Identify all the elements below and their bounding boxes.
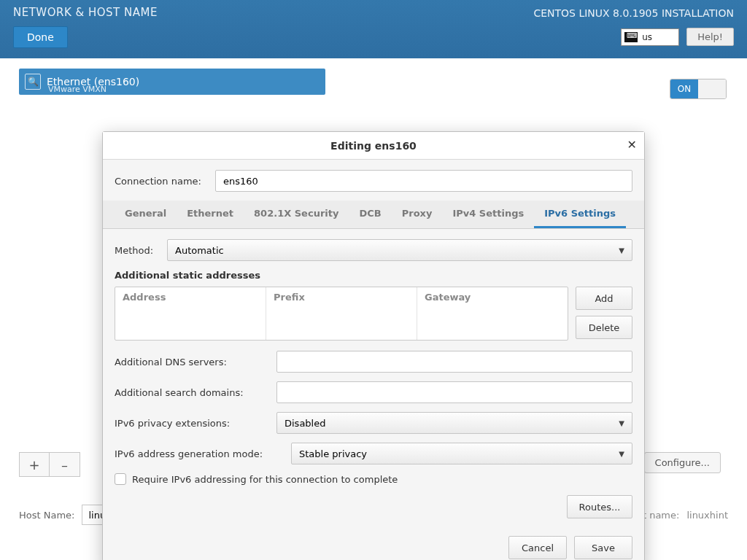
privacy-ext-label: IPv6 privacy extensions: — [115, 418, 268, 429]
installer-topbar: NETWORK & HOST NAME CENTOS LINUX 8.0.190… — [0, 0, 747, 58]
remove-device-button[interactable]: – — [50, 452, 80, 477]
addr-gen-value: Stable privacy — [299, 448, 367, 459]
privacy-ext-select[interactable]: Disabled ▼ — [276, 412, 632, 434]
connection-name-label: Connection name: — [115, 176, 206, 187]
search-domains-input[interactable] — [276, 381, 632, 403]
main-area: 🔍 Ethernet (ens160) VMware VMXN ON Confi… — [0, 58, 747, 560]
help-button[interactable]: Help! — [686, 28, 734, 46]
connection-toggle[interactable]: ON — [670, 79, 727, 99]
chevron-down-icon: ▼ — [619, 246, 624, 254]
tab-proxy[interactable]: Proxy — [392, 201, 443, 228]
addresses-table[interactable]: Address Prefix Gateway — [115, 287, 568, 341]
configure-button[interactable]: Configure... — [644, 452, 721, 473]
add-address-button[interactable]: Add — [576, 287, 632, 310]
addr-gen-select[interactable]: Stable privacy ▼ — [291, 443, 632, 464]
dialog-titlebar: Editing ens160 ✕ — [103, 132, 644, 160]
static-addresses-heading: Additional static addresses — [115, 270, 632, 281]
require-ipv6-row[interactable]: Require IPv6 addressing for this connect… — [115, 473, 632, 485]
routes-button[interactable]: Routes... — [567, 495, 632, 518]
dialog-body: Connection name: General Ethernet 802.1X… — [103, 160, 644, 529]
method-select[interactable]: Automatic ▼ — [167, 239, 632, 261]
addresses-buttons: Add Delete — [576, 287, 632, 341]
chevron-down-icon: ▼ — [619, 450, 624, 458]
done-button[interactable]: Done — [13, 26, 68, 48]
device-subtitle: VMware VMXN — [48, 85, 107, 94]
col-gateway: Gateway — [417, 287, 568, 340]
topbar-right-group: us Help! — [621, 28, 734, 46]
keyboard-layout-label: us — [642, 32, 652, 42]
toggle-on-label: ON — [670, 79, 698, 98]
close-icon[interactable]: ✕ — [627, 138, 637, 152]
device-add-remove: + – — [19, 452, 80, 477]
tab-ethernet[interactable]: Ethernet — [177, 201, 244, 228]
dns-input[interactable] — [276, 351, 632, 373]
save-button[interactable]: Save — [574, 536, 632, 559]
hostname-label: Host Name: — [19, 510, 74, 521]
keyboard-indicator[interactable]: us — [621, 28, 679, 46]
chevron-down-icon: ▼ — [619, 419, 624, 427]
delete-address-button[interactable]: Delete — [576, 316, 632, 339]
dialog-tabs: General Ethernet 802.1X Security DCB Pro… — [103, 201, 644, 229]
require-ipv6-checkbox[interactable] — [115, 473, 126, 485]
device-list-item[interactable]: 🔍 Ethernet (ens160) VMware VMXN — [19, 69, 325, 95]
col-address: Address — [115, 287, 266, 340]
dialog-footer: Cancel Save — [103, 529, 644, 560]
tab-ipv4[interactable]: IPv4 Settings — [442, 201, 534, 228]
tab-general[interactable]: General — [115, 201, 177, 228]
cancel-button[interactable]: Cancel — [508, 536, 567, 559]
connection-name-input[interactable] — [215, 170, 632, 192]
tab-8021x[interactable]: 802.1X Security — [244, 201, 349, 228]
search-domains-label: Additional search domains: — [115, 387, 268, 398]
addresses-area: Address Prefix Gateway Add Delete — [115, 287, 632, 341]
method-label: Method: — [115, 245, 158, 256]
edit-connection-dialog: Editing ens160 ✕ Connection name: Genera… — [102, 131, 645, 560]
keyboard-icon — [624, 32, 638, 42]
addr-gen-label: IPv6 address generation mode: — [115, 448, 282, 459]
dialog-title: Editing ens160 — [330, 140, 417, 152]
installer-subtitle: CENTOS LINUX 8.0.1905 INSTALLATION — [533, 7, 734, 19]
dns-label: Additional DNS servers: — [115, 357, 268, 368]
toggle-off-handle — [698, 79, 726, 98]
tab-dcb[interactable]: DCB — [349, 201, 391, 228]
add-device-button[interactable]: + — [19, 452, 50, 477]
col-prefix: Prefix — [266, 287, 417, 340]
method-value: Automatic — [175, 245, 224, 256]
privacy-ext-value: Disabled — [285, 418, 325, 429]
tab-ipv6[interactable]: IPv6 Settings — [534, 201, 626, 228]
current-hostname-value: linuxhint — [686, 510, 728, 521]
require-ipv6-label: Require IPv6 addressing for this connect… — [132, 474, 398, 485]
ethernet-icon: 🔍 — [25, 74, 41, 90]
